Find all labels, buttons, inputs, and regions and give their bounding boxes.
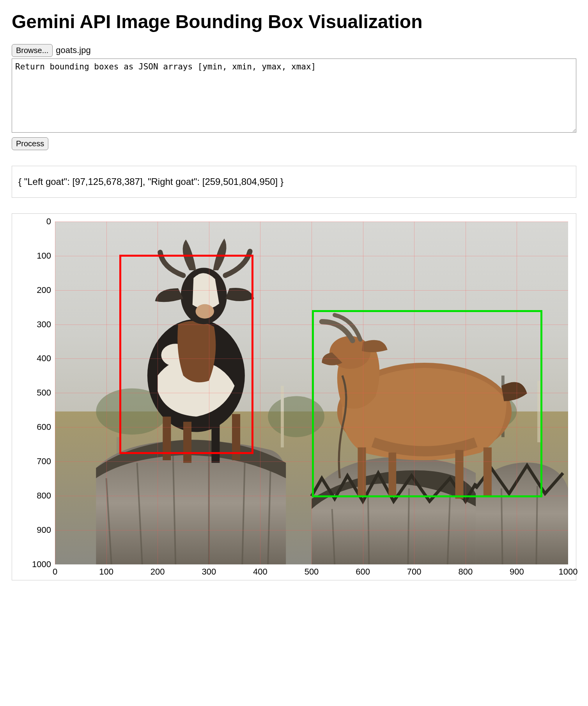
- visualization-panel: 0100200300400500600700800900100001002003…: [12, 213, 576, 580]
- process-button[interactable]: Process: [12, 137, 48, 150]
- x-tick-label: 900: [510, 567, 524, 577]
- y-tick-label: 600: [24, 422, 51, 432]
- x-tick-label: 400: [253, 567, 267, 577]
- y-tick-label: 900: [24, 525, 51, 535]
- y-tick-label: 100: [24, 251, 51, 261]
- x-tick-label: 600: [356, 567, 370, 577]
- page-title: Gemini API Image Bounding Box Visualizat…: [12, 12, 576, 32]
- y-tick-label: 200: [24, 285, 51, 295]
- bounding-box: [119, 255, 254, 454]
- y-tick-label: 500: [24, 388, 51, 398]
- y-tick-label: 300: [24, 319, 51, 330]
- x-tick-label: 100: [99, 567, 113, 577]
- x-tick-label: 1000: [559, 567, 578, 577]
- browse-button[interactable]: Browse...: [12, 44, 53, 57]
- y-tick-label: 400: [24, 353, 51, 364]
- x-tick-label: 0: [53, 567, 57, 577]
- x-tick-label: 200: [151, 567, 165, 577]
- y-tick-label: 0: [24, 216, 51, 227]
- x-tick-label: 500: [305, 567, 319, 577]
- prompt-textarea[interactable]: [12, 59, 576, 133]
- y-tick-label: 700: [24, 456, 51, 467]
- selected-file-name: goats.jpg: [56, 45, 90, 55]
- api-output: { "Left goat": [97,125,678,387], "Right …: [12, 166, 576, 198]
- y-tick-label: 1000: [24, 559, 51, 569]
- x-tick-label: 800: [458, 567, 473, 577]
- file-input-row: Browse... goats.jpg: [12, 44, 576, 57]
- y-tick-label: 800: [24, 491, 51, 501]
- bounding-box: [312, 310, 542, 497]
- x-tick-label: 700: [407, 567, 422, 577]
- x-tick-label: 300: [202, 567, 216, 577]
- plot-area: [55, 222, 568, 564]
